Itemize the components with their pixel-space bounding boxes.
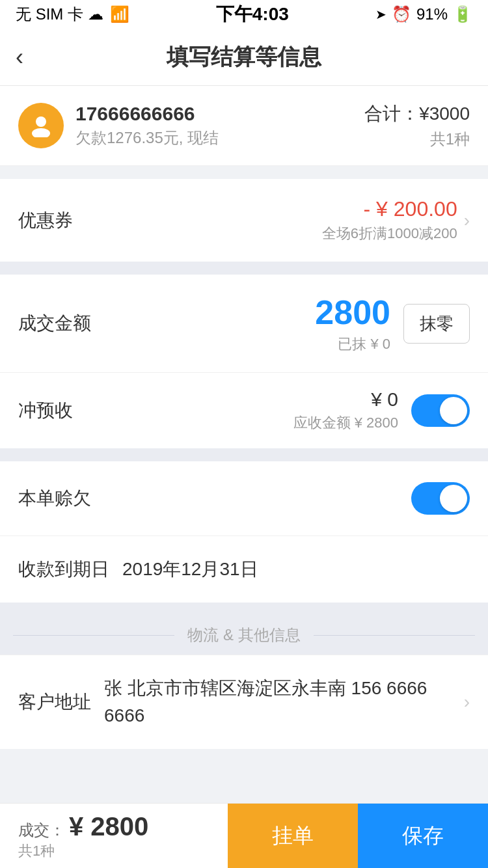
divider-line-right [314,635,475,636]
debt-label: 本单赊欠 [18,486,91,511]
back-button[interactable]: ‹ [16,44,23,71]
user-row: 17666666666 欠款1276.35元, 现结 合计：¥3000 共1种 [0,86,488,165]
divider-line-left [13,635,174,636]
user-card-section: 17666666666 欠款1276.35元, 现结 合计：¥3000 共1种 [0,86,488,166]
item-count: 共1种 [364,129,470,150]
no-sim-text: 无 SIM 卡 ☁ [16,4,103,25]
coupon-right: - ¥ 200.00 全场6折满1000减200 › [322,197,470,243]
status-right: ➤ ⏰ 91% 🔋 [375,5,472,23]
bottom-deal-amount: ¥ 2800 [69,812,148,841]
address-section: 客户地址 张 北京市市辖区海淀区永丰南 156 6666 6666 › [0,655,488,749]
section-gap-1 [0,262,488,275]
flush-value-wrap: ¥ 0 应收金额 ¥ 2800 [293,388,398,433]
deal-amount-row: 成交金额 2800 已抹 ¥ 0 抹零 [0,275,488,372]
svg-point-0 [36,116,46,127]
flush-prepay-row: 冲预收 ¥ 0 应收金额 ¥ 2800 [0,372,488,448]
bottom-deal-row: 成交： ¥ 2800 [18,811,210,841]
duedate-value: 2019年12月31日 [122,557,258,582]
flush-right: ¥ 0 应收金额 ¥ 2800 [293,388,470,433]
avatar [18,103,64,148]
location-icon: ➤ [375,7,386,22]
debt-section: 本单赊欠 收款到期日 2019年12月31日 [0,461,488,603]
total-label: 合计： [364,103,419,124]
status-left: 无 SIM 卡 ☁ 📶 [16,4,129,25]
page-title: 填写结算等信息 [167,42,321,72]
nav-bar: ‹ 填写结算等信息 [0,29,488,86]
section-gap-2 [0,448,488,461]
bottom-bar: 成交： ¥ 2800 共1种 挂单 保存 [0,803,488,868]
coupon-row[interactable]: 优惠券 - ¥ 200.00 全场6折满1000减200 › [0,179,488,262]
hold-order-button[interactable]: 挂单 [228,804,358,869]
round-zero-button[interactable]: 抹零 [403,304,470,344]
duedate-label: 收款到期日 [18,557,109,582]
battery-text: 91% [416,5,448,23]
total-value: ¥3000 [419,103,470,124]
debt-row: 本单赊欠 [0,461,488,536]
address-label: 客户地址 [18,690,91,714]
battery-icon: 🔋 [453,5,472,23]
content-area: 17666666666 欠款1276.35元, 现结 合计：¥3000 共1种 … [0,86,488,868]
save-button[interactable]: 保存 [358,804,488,869]
flush-amount: ¥ 0 [293,388,398,411]
divider-text: 物流 & 其他信息 [187,625,300,645]
address-row[interactable]: 客户地址 张 北京市市辖区海淀区永丰南 156 6666 6666 › [0,655,488,749]
total-label-value: 合计：¥3000 [364,102,470,126]
status-bar: 无 SIM 卡 ☁ 📶 下午4:03 ➤ ⏰ 91% 🔋 [0,0,488,29]
bottom-deal-count: 共1种 [18,841,210,861]
svg-point-1 [32,128,50,137]
coupon-desc: 全场6折满1000减200 [322,224,457,243]
status-time: 下午4:03 [216,2,289,27]
duedate-row: 收款到期日 2019年12月31日 [0,536,488,603]
coupon-amount: - ¥ 200.00 [322,197,457,221]
address-value: 张 北京市市辖区海淀区永丰南 156 6666 6666 [104,675,464,729]
alarm-icon: ⏰ [392,5,411,23]
deal-amount-wrap: 2800 已抹 ¥ 0 [315,293,390,354]
deal-amount-value: 2800 [315,293,390,332]
section-gap-3 [0,603,488,616]
deal-amount-label: 成交金额 [18,311,91,336]
bottom-deal-info: 成交： ¥ 2800 共1种 [0,811,228,861]
bottom-deal-label: 成交： [18,820,65,841]
address-chevron: › [464,692,470,712]
flush-sub: 应收金额 ¥ 2800 [293,413,398,433]
user-left: 17666666666 欠款1276.35元, 现结 [18,103,219,148]
coupon-label: 优惠券 [18,208,73,233]
user-sub: 欠款1276.35元, 现结 [75,128,219,148]
user-right: 合计：¥3000 共1种 [364,102,470,150]
flush-prepay-toggle[interactable] [411,394,470,427]
deal-right: 2800 已抹 ¥ 0 抹零 [315,293,470,354]
logistics-divider: 物流 & 其他信息 [0,616,488,655]
wifi-icon: 📶 [110,5,129,23]
debt-toggle[interactable] [411,482,470,515]
deal-amount-sub: 已抹 ¥ 0 [315,334,390,354]
coupon-chevron: › [464,210,470,231]
deal-amount-section: 成交金额 2800 已抹 ¥ 0 抹零 冲预收 ¥ 0 应收金额 ¥ 2800 [0,275,488,448]
flush-prepay-label: 冲预收 [18,398,73,423]
user-phone: 17666666666 [75,103,219,125]
coupon-section: 优惠券 - ¥ 200.00 全场6折满1000减200 › [0,179,488,262]
coupon-value: - ¥ 200.00 全场6折满1000减200 [322,197,457,243]
user-info: 17666666666 欠款1276.35元, 现结 [75,103,219,148]
